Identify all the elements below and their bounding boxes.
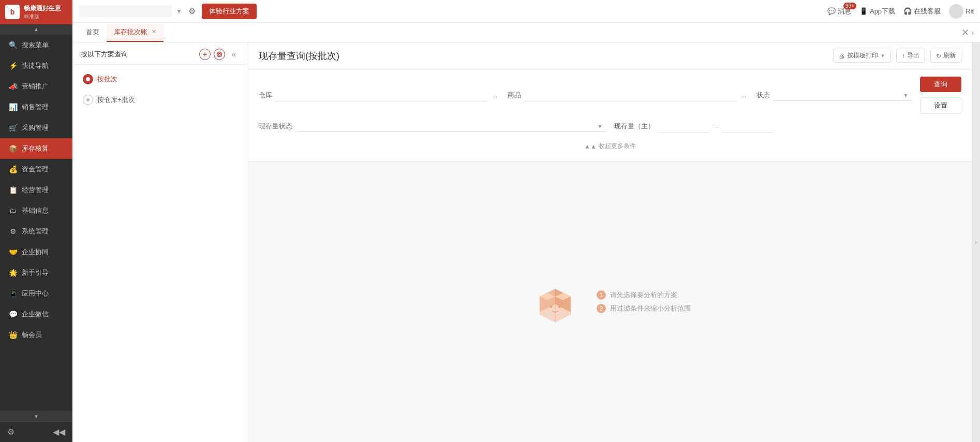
- inventory-status-select[interactable]: ▼: [295, 121, 606, 132]
- messages-action[interactable]: 💬 消息 99+: [827, 7, 851, 16]
- members-icon: 👑: [8, 330, 18, 340]
- search-input[interactable]: [83, 8, 150, 15]
- sidebar-item-new-guide[interactable]: 🌟 新手引导: [0, 262, 72, 283]
- quick-nav-icon: ⚡: [8, 61, 18, 70]
- tip-num-1: 1: [597, 290, 606, 300]
- product-input[interactable]: [524, 89, 736, 101]
- settings-button[interactable]: 设置: [920, 97, 961, 114]
- inventory-amount-to-input[interactable]: [722, 120, 774, 132]
- range-dash: —: [712, 123, 719, 130]
- tab-batch-account[interactable]: 库存批次账 ✕: [107, 23, 164, 42]
- svg-point-2: [86, 77, 90, 81]
- inventory-amount-label: 现存量（主）: [614, 122, 655, 131]
- more-icon[interactable]: ›: [971, 28, 974, 37]
- page-header-actions: 🖨 按模板打印 ▼ ↑ 导出 ↻ 刷新: [833, 49, 961, 69]
- scheme-item-by-warehouse-batch[interactable]: 按仓库+批次: [72, 90, 248, 110]
- export-icon: ↑: [902, 52, 905, 60]
- collapse-panel-button[interactable]: «: [228, 49, 240, 60]
- status-chevron-icon: ▼: [903, 92, 909, 98]
- basic-info-icon: 🗂: [8, 206, 18, 215]
- search-dropdown-icon[interactable]: ▼: [176, 8, 182, 15]
- purchase-icon: 🛒: [8, 123, 18, 132]
- warehouse-more-button[interactable]: ...: [491, 91, 499, 99]
- trial-button[interactable]: 体验行业方案: [202, 4, 257, 19]
- page-close-area[interactable]: ✕ ›: [961, 27, 974, 38]
- tab-home-label: 首页: [86, 27, 99, 37]
- tab-home[interactable]: 首页: [79, 23, 107, 42]
- settings-footer-icon[interactable]: ⚙: [7, 427, 14, 437]
- svg-point-11: [558, 306, 560, 308]
- inventory-amount-from-input[interactable]: [658, 120, 709, 132]
- headset-icon: 🎧: [903, 7, 912, 15]
- query-button[interactable]: 查询: [920, 77, 961, 92]
- scheme-item-label: 按批次: [97, 75, 117, 84]
- close-icon[interactable]: ✕: [961, 27, 969, 38]
- wechat-icon: 💬: [8, 310, 18, 319]
- right-collapse-handle[interactable]: ›: [972, 42, 980, 442]
- topbar-search-box[interactable]: [79, 6, 172, 17]
- sidebar-item-finance[interactable]: 💰 资金管理: [0, 159, 72, 180]
- status-select[interactable]: ▼: [773, 90, 912, 101]
- add-scheme-button[interactable]: +: [199, 49, 211, 60]
- sidebar-item-inventory[interactable]: 📦 库存核算: [0, 138, 72, 159]
- avatar: [949, 4, 963, 19]
- scheme-item-by-batch[interactable]: 按批次: [72, 69, 248, 90]
- main-content: 现存量查询(按批次) 🖨 按模板打印 ▼ ↑ 导出 ↻ 刷新: [248, 42, 972, 442]
- online-service-action[interactable]: 🎧 在线客服: [903, 7, 941, 16]
- app-logo: b: [5, 5, 20, 19]
- warehouse-filter-group: 仓库 ...: [259, 89, 499, 101]
- svg-point-10: [550, 306, 552, 308]
- sidebar-scroll-down[interactable]: ▼: [0, 411, 72, 421]
- sidebar-item-wechat[interactable]: 💬 企业微信: [0, 304, 72, 325]
- sidebar-item-marketing[interactable]: 📣 营销推广: [0, 76, 72, 97]
- warehouse-label: 仓库: [259, 91, 272, 100]
- topbar-actions: 💬 消息 99+ 📱 App下载 🎧 在线客服 Rit: [827, 4, 974, 19]
- app-download-action[interactable]: 📱 App下载: [859, 7, 895, 16]
- scheme-settings-button[interactable]: [214, 49, 225, 60]
- export-button[interactable]: ↑ 导出: [896, 49, 925, 63]
- sidebar-item-label: 经营管理: [22, 185, 49, 195]
- sidebar-item-label: 营销推广: [22, 82, 49, 91]
- empty-box-svg: [529, 276, 581, 328]
- collapse-more-button[interactable]: ▲▲ 收起更多条件: [259, 139, 961, 154]
- sidebar-item-members[interactable]: 👑 畅会员: [0, 325, 72, 345]
- sidebar-item-label: 应用中心: [22, 289, 49, 298]
- filter-area: 仓库 ... 商品 ... 状态: [248, 69, 972, 161]
- main-area: ▼ ⚙ 体验行业方案 💬 消息 99+ 📱 App下载 🎧 在线客服 Rit: [72, 0, 980, 442]
- sidebar-item-operations[interactable]: 📋 经营管理: [0, 180, 72, 200]
- search-menu-icon: 🔍: [8, 40, 18, 50]
- tab-close-icon[interactable]: ✕: [152, 28, 156, 35]
- sidebar-item-quick-nav[interactable]: ⚡ 快捷导航: [0, 55, 72, 76]
- collapse-label: 收起更多条件: [599, 142, 636, 151]
- print-dropdown-icon[interactable]: ▼: [880, 53, 885, 58]
- tip-text-2: 用过滤条件来缩小分析范围: [610, 304, 691, 313]
- template-print-button[interactable]: 🖨 按模板打印 ▼: [833, 49, 891, 63]
- sidebar-item-label: 销售管理: [22, 102, 49, 112]
- sidebar-item-purchase[interactable]: 🛒 采购管理: [0, 117, 72, 138]
- sidebar-item-label: 畅会员: [22, 330, 42, 340]
- collapse-sidebar-icon[interactable]: ◀◀: [53, 427, 65, 437]
- left-panel-actions: + «: [199, 49, 240, 60]
- sidebar-scroll-up[interactable]: ▲: [0, 24, 72, 35]
- operations-icon: 📋: [8, 185, 18, 195]
- sidebar-item-basic-info[interactable]: 🗂 基础信息: [0, 200, 72, 221]
- product-label: 商品: [508, 91, 521, 100]
- status-label: 状态: [756, 91, 770, 100]
- sidebar-item-system[interactable]: ⚙ 系统管理: [0, 221, 72, 242]
- app-center-icon: 📱: [8, 289, 18, 298]
- sidebar-item-enterprise[interactable]: 🤝 企业协同: [0, 242, 72, 262]
- sidebar-item-sales[interactable]: 📊 销售管理: [0, 97, 72, 117]
- scheme-list: 按批次 按仓库+批次: [72, 65, 248, 114]
- left-panel: 按以下方案查询 + « 按批次: [72, 42, 248, 442]
- inventory-status-label: 现存量状态: [259, 122, 292, 131]
- product-more-button[interactable]: ...: [739, 91, 748, 99]
- sidebar-item-search-menu[interactable]: 🔍 搜索菜单: [0, 35, 72, 55]
- warehouse-input[interactable]: [275, 89, 487, 101]
- refresh-button[interactable]: ↻ 刷新: [930, 49, 961, 63]
- user-action[interactable]: Rit: [949, 4, 974, 19]
- topbar-gear-icon[interactable]: ⚙: [188, 6, 196, 16]
- tip-num-2: 2: [597, 304, 606, 313]
- sidebar-item-app-center[interactable]: 📱 应用中心: [0, 283, 72, 304]
- sidebar-item-label: 快捷导航: [22, 61, 49, 70]
- online-service-label: 在线客服: [914, 7, 941, 16]
